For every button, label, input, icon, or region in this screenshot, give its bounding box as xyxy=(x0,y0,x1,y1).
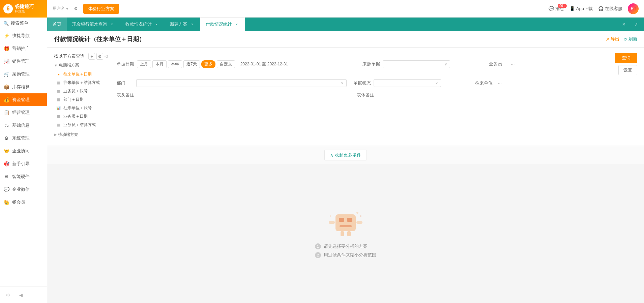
voucher-status-select[interactable]: ∨ xyxy=(374,79,441,87)
query-button[interactable]: 查询 xyxy=(615,53,637,63)
sidebar-item-label: 智能硬件 xyxy=(12,174,30,180)
tab-receipts-close-icon[interactable]: × xyxy=(154,22,159,27)
sidebar-item-cooperation[interactable]: 🤝 企业协同 xyxy=(0,145,47,157)
scheme-item-staff-settle[interactable]: ▦ 业务员＋结算方式 xyxy=(54,121,108,129)
sidebar-search-label: 搜索菜单 xyxy=(11,20,28,26)
svg-rect-3 xyxy=(340,225,352,227)
tab-expand-icon[interactable]: ⤢ xyxy=(631,20,641,29)
user-info[interactable]: 用户名 ▾ xyxy=(53,6,68,11)
scheme-panel-title: 按以下方案查询 xyxy=(54,53,85,59)
scheme-panel: 按以下方案查询 + ⚙ ◁ ▼ 电脑端方案 ● 往来单位＋日期 xyxy=(54,53,111,140)
brand-subtitle: 标准版 xyxy=(15,9,34,14)
scheme-settings-btn[interactable]: ⚙ xyxy=(96,53,103,60)
tab-cashflow[interactable]: 现金银行流水查询 × xyxy=(67,18,120,31)
app-download-btn[interactable]: 📱 App下载 xyxy=(569,6,593,12)
svg-point-8 xyxy=(356,212,358,214)
sidebar-item-purchase[interactable]: 🛒 采购管理 xyxy=(0,68,47,81)
message-btn[interactable]: 💬 消息 99+ xyxy=(549,6,564,12)
sidebar-collapse-btn[interactable]: ◀ xyxy=(16,290,26,300)
settings-button[interactable]: 设置 xyxy=(618,65,637,75)
scheme-table-icon: ▦ xyxy=(56,114,61,119)
settings-icon[interactable]: ⚙ xyxy=(71,4,81,13)
scheme-item-staff-date[interactable]: ▦ 业务员＋日期 xyxy=(54,112,108,121)
lightning-icon: ⚡ xyxy=(3,33,9,39)
search-icon: 🔍 xyxy=(3,21,9,26)
scheme-item-staff-account[interactable]: ▦ 业务员＋账号 xyxy=(54,87,108,95)
sidebar-settings-btn[interactable]: ⚙ xyxy=(3,290,13,300)
sidebar-item-wechat[interactable]: 💬 企业微信 xyxy=(0,183,47,196)
date-btn-this-month[interactable]: 本月 xyxy=(152,60,167,68)
empty-icon xyxy=(325,204,366,238)
header-note-input[interactable] xyxy=(137,91,350,99)
sidebar-item-hardware[interactable]: 🖥 智能硬件 xyxy=(0,170,47,183)
sidebar-item-operations[interactable]: 📋 经营管理 xyxy=(0,106,47,119)
scheme-item-label: 往来单位＋账号 xyxy=(63,105,92,111)
scheme-collapse-btn[interactable]: ◁ xyxy=(105,54,108,59)
staff-dots-btn[interactable]: ··· xyxy=(508,60,518,68)
tab-payments-close-icon[interactable]: × xyxy=(234,22,239,27)
tab-receipts[interactable]: 收款情况统计 × xyxy=(120,18,165,31)
tab-home[interactable]: 首页 xyxy=(47,18,67,31)
page-header: 付款情况统计（往来单位＋日期） ↗ 导出 ↺ 刷新 xyxy=(47,31,644,48)
sidebar-item-quicknav[interactable]: ⚡ 快捷导航 xyxy=(0,29,47,42)
sidebar-item-system[interactable]: ⚙ 系统管理 xyxy=(0,132,47,145)
chevron-right-icon: ▶ xyxy=(54,132,57,137)
scheme-dot-icon: ● xyxy=(56,72,61,77)
sidebar-item-inventory[interactable]: 📦 库存核算 xyxy=(0,81,47,93)
crown-icon: 👑 xyxy=(3,199,9,205)
scheme-group-mobile-header[interactable]: ▶ 移动端方案 xyxy=(54,132,108,138)
partner-filter-field: 往来单位 ··· xyxy=(475,79,590,87)
sidebar-item-marketing[interactable]: 🎁 营销推广 xyxy=(0,42,47,55)
sidebar-item-finance[interactable]: 💰 资金管理 xyxy=(0,93,47,106)
date-btn-last-month[interactable]: 上月 xyxy=(137,60,151,68)
sidebar-item-label: 快捷导航 xyxy=(12,33,30,39)
collapse-button[interactable]: ∧ 收起更多条件 xyxy=(324,150,367,160)
tab-close-all-icon[interactable]: ✕ xyxy=(619,20,628,29)
sidebar-item-guide[interactable]: 🎯 新手引导 xyxy=(0,157,47,170)
voucher-status-label: 单据状态 xyxy=(353,80,371,86)
tab-newscheme-label: 新建方案 xyxy=(170,21,187,27)
tab-cashflow-close-icon[interactable]: × xyxy=(109,22,115,27)
refresh-button[interactable]: ↺ 刷新 xyxy=(623,36,637,42)
scheme-item-partner-date[interactable]: ● 往来单位＋日期 xyxy=(54,70,108,79)
staff-filter-field: 业务员 ··· xyxy=(489,60,609,68)
date-btn-custom[interactable]: 自定义 xyxy=(217,60,235,68)
tab-newscheme[interactable]: 新建方案 × xyxy=(165,18,200,31)
scheme-item-label: 业务员＋账号 xyxy=(63,88,88,94)
body-note-input[interactable] xyxy=(377,91,590,99)
scheme-panel-header: 按以下方案查询 + ⚙ ◁ xyxy=(54,53,108,60)
partner-dots-btn[interactable]: ··· xyxy=(495,79,504,87)
collapse-label: 收起更多条件 xyxy=(335,152,361,158)
chevron-down-icon: ∨ xyxy=(435,81,438,85)
gift-icon: 🎁 xyxy=(3,46,9,52)
sidebar-item-label: 库存核算 xyxy=(12,84,30,90)
body-note-label: 表体备注 xyxy=(357,92,374,98)
scheme-item-partner-settle[interactable]: ▦ 往来单位＋结算方式 xyxy=(54,79,108,87)
sidebar-item-member[interactable]: 👑 畅会员 xyxy=(0,196,47,209)
tab-payments[interactable]: 付款情况统计 × xyxy=(200,18,245,31)
scheme-group-pc-header[interactable]: ▼ 电脑端方案 xyxy=(54,62,108,68)
scheme-add-btn[interactable]: + xyxy=(88,53,95,60)
date-btn-more[interactable]: 更多 xyxy=(201,60,215,68)
svg-rect-5 xyxy=(356,221,362,224)
export-button[interactable]: ↗ 导出 xyxy=(606,36,619,42)
scheme-table-icon: ▦ xyxy=(56,80,61,86)
date-btn-this-year[interactable]: 本年 xyxy=(168,60,182,68)
date-btn-7days[interactable]: 近7天 xyxy=(183,60,200,68)
scheme-group-pc-title: 电脑端方案 xyxy=(59,62,79,68)
scheme-item-partner-account[interactable]: 📊 往来单位＋账号 xyxy=(54,104,108,112)
gear-icon: ⚙ xyxy=(3,135,9,141)
online-service-btn[interactable]: 🎧 在线客服 xyxy=(598,6,622,12)
tab-newscheme-close-icon[interactable]: × xyxy=(189,22,195,27)
sidebar-item-basic[interactable]: 🗂 基础信息 xyxy=(0,119,47,132)
scheme-item-dept-date[interactable]: ▦ 部门＋日期 xyxy=(54,95,108,104)
sidebar-item-sales[interactable]: 📈 销售管理 xyxy=(0,55,47,68)
trial-button[interactable]: 体验行业方案 xyxy=(83,4,119,14)
sidebar-footer: ⚙ ◀ xyxy=(0,286,47,303)
sidebar-item-search[interactable]: 🔍 搜索菜单 xyxy=(0,18,47,29)
dept-select[interactable]: ∨ xyxy=(136,79,347,87)
user-avatar[interactable]: Rit xyxy=(628,3,639,14)
source-label: 来源单据 xyxy=(362,61,380,67)
sidebar-item-label: 采购管理 xyxy=(12,71,30,77)
source-select[interactable]: ∨ xyxy=(383,60,450,68)
